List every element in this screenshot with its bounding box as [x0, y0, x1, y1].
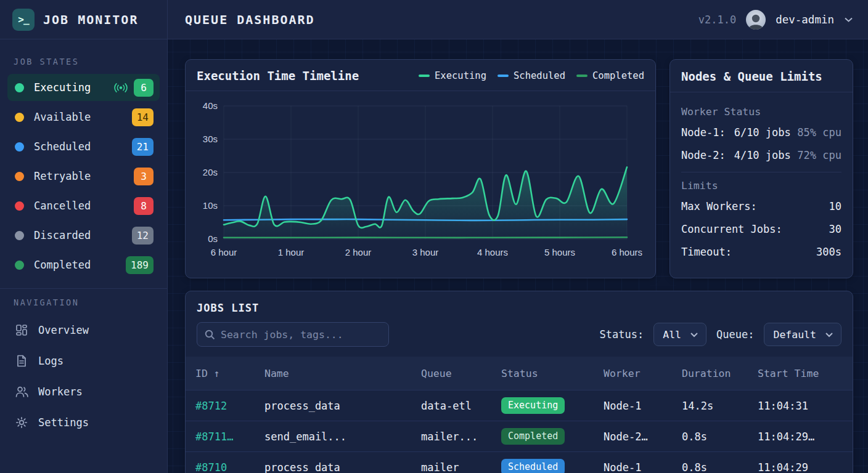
job-states-heading: JOB STATES: [14, 57, 160, 67]
node-jobs: 4/10 jobs: [734, 149, 791, 161]
job-duration: 0.8s: [682, 461, 758, 473]
legend-swatch: [576, 75, 588, 77]
state-dot: [15, 172, 24, 181]
filters: Status:AllQueue:Default: [600, 323, 841, 346]
chart-legend: ExecutingScheduledCompleted: [419, 70, 644, 81]
job-duration: 0.8s: [682, 431, 758, 443]
queue-select[interactable]: Default: [764, 323, 841, 346]
table-body: #8712process_datadata-etlExecutingNode-1…: [186, 390, 853, 473]
table-header: ID ↑NameQueueStatusWorkerDurationStart T…: [186, 357, 853, 390]
legend-item-executing: Executing: [419, 70, 486, 81]
grid-icon: [15, 323, 28, 337]
state-count-badge: 8: [134, 197, 154, 215]
column-header-name[interactable]: Name: [264, 368, 421, 379]
version-label: v2.1.0: [698, 14, 736, 26]
execution-timeline-chart: 0s10s20s30s40s6 hour1 hour2 hour3 hour4 …: [192, 96, 648, 266]
state-count-area: 12: [132, 227, 154, 245]
table-row[interactable]: #8710process_datamailerScheduledNode-10.…: [186, 451, 853, 473]
job-duration: 14.2s: [682, 400, 758, 412]
queue-filter-label: Queue:: [716, 328, 754, 341]
column-header-start[interactable]: Start Time: [758, 368, 853, 379]
job-id-link[interactable]: #8711…: [195, 431, 264, 443]
limit-row: Concurrent Jobs:30: [681, 223, 841, 235]
chart-title: Execution Time Timeline: [197, 69, 359, 83]
legend-label: Executing: [435, 70, 486, 81]
job-id-link[interactable]: #8712: [195, 400, 264, 412]
sidebar-state-completed[interactable]: Completed189: [7, 251, 160, 278]
state-dot: [15, 231, 24, 240]
page-title: QUEUE DASHBOARD: [185, 12, 315, 27]
column-header-queue[interactable]: Queue: [421, 368, 501, 379]
nodes-divider: [681, 172, 841, 172]
job-states-list: Executing6Available14Scheduled21Retryabl…: [7, 74, 160, 278]
job-worker: Node-1: [604, 461, 682, 473]
job-name: send_email...: [264, 431, 421, 443]
sidebar-item-logs[interactable]: Logs: [7, 346, 160, 376]
job-worker: Node-1: [604, 400, 682, 412]
sidebar-state-cancelled[interactable]: Cancelled8: [7, 192, 160, 219]
legend-item-scheduled: Scheduled: [497, 70, 565, 81]
sidebar-state-executing[interactable]: Executing6: [7, 74, 160, 101]
limit-row: Max Workers:10: [681, 200, 841, 212]
search-input[interactable]: [221, 329, 381, 341]
column-header-duration[interactable]: Duration: [682, 368, 758, 379]
state-dot: [15, 83, 24, 92]
column-header-id[interactable]: ID ↑: [195, 368, 264, 379]
y-tick-label: 0s: [208, 233, 218, 244]
limit-value: 300s: [816, 246, 841, 258]
state-label: Available: [34, 111, 91, 123]
sidebar-state-scheduled[interactable]: Scheduled21: [7, 133, 160, 160]
search-box[interactable]: [197, 322, 389, 347]
state-count-badge: 12: [132, 227, 154, 245]
column-header-status[interactable]: Status: [501, 368, 604, 379]
state-count-badge: 6: [134, 79, 154, 97]
x-tick-label: 6 hour: [211, 247, 237, 257]
sidebar-state-available[interactable]: Available14: [7, 103, 160, 131]
job-queue: data-etl: [421, 400, 501, 412]
brand-name: JOB MONITOR: [43, 12, 138, 27]
chevron-down-icon[interactable]: [844, 17, 853, 23]
state-label: Scheduled: [34, 140, 91, 153]
status-select[interactable]: All: [653, 323, 706, 346]
job-id-link[interactable]: #8710: [195, 461, 264, 473]
sidebar-state-retryable[interactable]: Retryable3: [7, 163, 160, 190]
job-queue: mailer: [421, 461, 501, 473]
table-row[interactable]: #8711…send_email...mailer...CompletedNod…: [186, 421, 853, 451]
sidebar-item-workers[interactable]: Workers: [7, 376, 160, 407]
table-row[interactable]: #8712process_datadata-etlExecutingNode-1…: [186, 390, 853, 421]
state-label: Discarded: [34, 229, 91, 241]
state-count-area: 21: [132, 138, 154, 156]
limit-label: Concurrent Jobs:: [681, 223, 782, 235]
person-icon: [746, 11, 766, 30]
people-icon: [15, 385, 28, 398]
sidebar-divider: [0, 288, 167, 289]
status-filter-label: Status:: [600, 328, 644, 341]
job-status-cell: Executing: [501, 397, 604, 414]
legend-item-completed: Completed: [576, 70, 644, 81]
worker-status-list: Node-1:6/10 jobs85% cpuNode-2:4/10 jobs7…: [681, 126, 841, 161]
limit-label: Timeout:: [681, 246, 732, 258]
column-header-worker[interactable]: Worker: [604, 368, 682, 379]
status-badge: Executing: [501, 397, 565, 414]
user-menu[interactable]: dev-admin: [776, 14, 834, 26]
x-tick-label: 3 hour: [412, 247, 439, 257]
live-icon: [113, 83, 128, 93]
state-label: Retryable: [34, 170, 91, 182]
sidebar-state-discarded[interactable]: Discarded12: [7, 222, 160, 249]
job-start-time: 11:04:29: [758, 461, 853, 473]
chevron-down-icon: [825, 332, 833, 338]
node-name: Node-2:: [681, 149, 726, 161]
nodes-card-title: Nodes & Queue Limits: [681, 70, 841, 83]
state-label: Cancelled: [34, 200, 91, 212]
sidebar-item-overview[interactable]: Overview: [7, 315, 160, 346]
nav-label: Settings: [38, 416, 89, 429]
job-start-time: 11:04:29…: [758, 431, 853, 443]
avatar[interactable]: [746, 10, 766, 30]
job-start-time: 11:04:31: [758, 400, 853, 412]
limits-list: Max Workers:10Concurrent Jobs:30Timeout:…: [681, 200, 841, 258]
node-cpu: 85% cpu: [797, 126, 841, 139]
job-name: process_data: [264, 461, 421, 473]
sidebar-item-settings[interactable]: Settings: [7, 407, 160, 438]
node-name: Node-1:: [681, 126, 726, 139]
status-selected-value: All: [663, 329, 681, 341]
